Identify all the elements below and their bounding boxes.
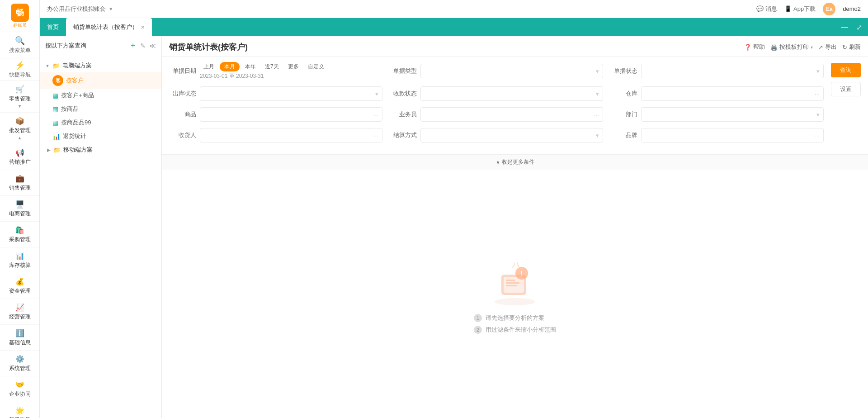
settings-button[interactable]: 设置 — [831, 82, 861, 96]
filter-item-dept: 部门 ▾ — [610, 107, 824, 122]
topbar: 办公用品行业模拟账套 ▾ 💬 消息 📱 App下载 Ea demo2 — [40, 0, 868, 18]
date-btn-custom[interactable]: 自定义 — [304, 62, 328, 71]
export-btn[interactable]: ↗ 导出 — [818, 43, 837, 51]
search-label: 搜索菜单 — [0, 47, 39, 54]
sidebar-item-system[interactable]: ⚙️ 系统管理 — [0, 351, 39, 376]
staff-input[interactable]: ··· — [420, 107, 603, 122]
tree-item-by-product[interactable]: ▦ 按商品 — [40, 102, 161, 116]
date-btn-this-year[interactable]: 本年 — [241, 62, 259, 71]
tab-maximize-btn[interactable]: ⤢ — [854, 22, 864, 33]
edit-scheme-btn[interactable]: ✎ — [140, 42, 146, 49]
sidebar-item-finance[interactable]: 💰 资金管理 — [0, 273, 39, 299]
sidebar-item-cooperation[interactable]: 🤝 企业协同 — [0, 376, 39, 402]
refresh-btn[interactable]: ↻ 刷新 — [842, 43, 861, 51]
left-panel-title: 按以下方案查询 — [45, 42, 126, 50]
product-dots: ··· — [373, 111, 378, 118]
empty-tip-1: 1 请先选择要分析的方案 — [474, 314, 556, 322]
app-download-btn[interactable]: 📱 App下载 — [784, 5, 816, 13]
warehouse-input[interactable]: ··· — [641, 86, 824, 101]
recipient-input[interactable]: ··· — [200, 128, 382, 142]
dept-dropdown-icon: ▾ — [816, 111, 820, 118]
sidebar-nav-item[interactable]: ⚡ 快捷导航 — [0, 58, 39, 81]
receipt-select[interactable]: ▾ — [420, 86, 603, 101]
query-actions: 查询 设置 — [831, 57, 868, 154]
tree-item-refund-stat[interactable]: 📊 退货统计 — [40, 129, 161, 143]
collapse-bar[interactable]: ∧ 收起更多条件 — [162, 154, 868, 170]
receipt-dropdown-icon: ▾ — [596, 90, 599, 97]
date-btn-7days[interactable]: 近7天 — [261, 62, 283, 71]
filter-row-2: 出库状态 ▾ 收款状态 ▾ — [169, 86, 824, 101]
sidebar-item-marketing[interactable]: 📢 营销推广 — [0, 144, 39, 170]
marketing-icon: 📢 — [15, 148, 24, 157]
filter-item-warehouse: 仓库 ··· — [610, 86, 824, 101]
brand-input[interactable]: ··· — [641, 128, 824, 142]
date-filter-btns: 上月 本月 本年 近7天 更多 自定义 — [200, 62, 382, 71]
product-label: 商品 — [169, 110, 196, 119]
print-dropdown-icon[interactable]: ▾ — [811, 45, 813, 50]
sidebar-search-item[interactable]: 🔍 搜索菜单 — [0, 32, 39, 58]
brand-label: 品牌 — [610, 131, 637, 139]
sidebar-item-basic[interactable]: ℹ️ 基础信息 — [0, 325, 39, 351]
tab-sales-stat[interactable]: 销货单统计表（按客户） ✕ — [66, 18, 152, 36]
tab-home[interactable]: 首页 — [40, 18, 66, 36]
query-button[interactable]: 查询 — [831, 63, 861, 77]
sidebar-item-wholesale[interactable]: 📦 批发管理 ▲ — [0, 113, 39, 144]
tree-group-mobile: ▶ 📁 移动端方案 — [40, 143, 161, 157]
out-select[interactable]: ▾ — [200, 86, 382, 101]
topbar-dropdown-icon[interactable]: ▾ — [109, 5, 113, 12]
filter-item-date: 单据日期 上月 本月 本年 近7天 更多 自定义 20 — [169, 62, 382, 80]
tree-item-by-customer-product[interactable]: ▦ 按客户+商品 — [40, 89, 161, 102]
collapse-up-icon: ∧ — [496, 159, 500, 166]
help-btn[interactable]: ❓ 帮助 — [744, 43, 765, 51]
payment-select[interactable]: ▾ — [420, 128, 603, 142]
status-label: 单据状态 — [610, 67, 637, 75]
tree-item-by-customer[interactable]: 客 按客户 — [40, 72, 161, 89]
tree-group-desktop-title[interactable]: ▼ 📁 电脑端方案 — [40, 59, 161, 72]
filter-item-recipient: 收货人 ··· — [169, 128, 382, 142]
print-btn[interactable]: 🖨️ 按模板打印 ▾ — [770, 43, 813, 51]
customer-avatar-icon: 客 — [52, 75, 63, 86]
username-label[interactable]: demo2 — [843, 5, 861, 12]
sidebar-item-operation[interactable]: 📈 经营管理 — [0, 299, 39, 325]
sidebar-item-inventory[interactable]: 📊 库存核算 — [0, 247, 39, 273]
user-avatar[interactable]: Ea — [823, 3, 835, 15]
sidebar-item-ecommerce[interactable]: 🖥️ 电商管理 — [0, 196, 39, 222]
product-input[interactable]: ··· — [200, 107, 382, 122]
collapse-panel-btn[interactable]: ≪ — [149, 42, 156, 49]
filter-row-3: 商品 ··· 业务员 ··· 部门 — [169, 107, 824, 122]
date-btn-last-month[interactable]: 上月 — [200, 62, 218, 71]
warehouse-label: 仓库 — [610, 90, 637, 98]
svg-line-8 — [513, 263, 515, 268]
sidebar-item-sales[interactable]: 💼 销售管理 — [0, 170, 39, 196]
add-scheme-btn[interactable]: ＋ — [129, 41, 137, 50]
date-btn-more[interactable]: 更多 — [284, 62, 302, 71]
tree-arrow-right: ▶ — [47, 147, 51, 152]
tab-minimize-btn[interactable]: — — [839, 22, 850, 33]
purchase-icon: 🛍️ — [15, 225, 24, 234]
sidebar-item-newbie[interactable]: 🌟 新手引导 — [0, 402, 39, 418]
staff-dots: ··· — [594, 111, 599, 118]
newbie-icon: 🌟 — [15, 406, 24, 415]
tree-item-by-product-99[interactable]: ▦ 按商品品99 — [40, 116, 161, 129]
sales-icon: 💼 — [15, 174, 24, 183]
mobile-folder-icon: 📁 — [53, 147, 61, 153]
tree-arrow-down: ▼ — [45, 63, 50, 68]
cooperation-icon: 🤝 — [15, 380, 24, 389]
filter-item-product: 商品 ··· — [169, 107, 382, 122]
sidebar-logo[interactable]: 畅 标账员 — [0, 0, 39, 32]
tab-sales-stat-label: 销货单统计表（按客户） — [73, 23, 138, 31]
sidebar-item-retail[interactable]: 🛒 零售管理 ▼ — [0, 81, 39, 113]
dept-label: 部门 — [610, 110, 637, 119]
dept-select[interactable]: ▾ — [641, 107, 824, 122]
sidebar-item-purchase[interactable]: 🛍️ 采购管理 — [0, 222, 39, 247]
status-select[interactable]: ▾ — [641, 64, 824, 78]
tree-group-mobile-title[interactable]: ▶ 📁 移动端方案 — [40, 143, 161, 157]
filter-item-receipt: 收款状态 ▾ — [390, 86, 603, 101]
message-btn[interactable]: 💬 消息 — [756, 5, 777, 13]
type-select[interactable]: ▾ — [420, 64, 603, 78]
operation-icon: 📈 — [15, 303, 24, 312]
type-label: 单据类型 — [390, 67, 417, 75]
svg-rect-5 — [506, 285, 517, 286]
tab-close-icon[interactable]: ✕ — [141, 24, 145, 30]
date-btn-this-month[interactable]: 本月 — [220, 62, 240, 71]
